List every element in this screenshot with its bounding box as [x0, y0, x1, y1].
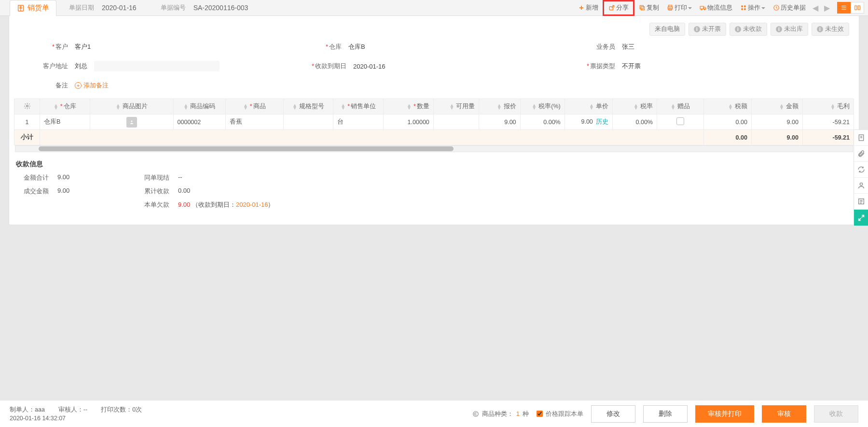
payment-section: 收款信息 金额合计9.00 同单现结-- 成交金额9.00 累计收款0.00 x…	[9, 152, 859, 225]
sales-order-icon	[17, 4, 25, 12]
delete-button[interactable]: 删除	[643, 405, 688, 423]
table-row[interactable]: 1 仓库B 0000002 香蕉 台 1.00000 9.00 0.00% 9.…	[14, 114, 854, 130]
col-gift[interactable]: ▲▼赠品	[657, 99, 703, 114]
col-spec[interactable]: ▲▼规格型号	[283, 99, 333, 114]
scrollbar-thumb[interactable]	[39, 146, 454, 151]
billtype-value[interactable]: 不开票	[622, 62, 641, 71]
svg-point-18	[131, 120, 132, 122]
line-items-table: ▲▼*仓库 ▲▼商品图片 ▲▼商品编码 ▲▼*商品 ▲▼规格型号 ▲▼*销售单位…	[14, 99, 854, 152]
new-button[interactable]: 新增	[575, 2, 602, 14]
col-price[interactable]: ▲▼单价	[565, 99, 612, 114]
svg-rect-11	[744, 5, 746, 7]
gift-checkbox[interactable]	[676, 117, 684, 125]
print-button[interactable]: 打印	[663, 2, 695, 14]
chip-unreceive[interactable]: i未收款	[730, 23, 767, 36]
svg-rect-7	[700, 6, 703, 9]
col-qty[interactable]: ▲▼*数量	[384, 99, 434, 114]
pay-owe: 本单欠款 9.00 （收款到期日：2020-01-16）	[144, 200, 274, 209]
col-tax[interactable]: ▲▼税额	[703, 99, 751, 114]
active-tab[interactable]: 销货单	[10, 0, 56, 16]
cell-tax: 0.00	[703, 114, 751, 130]
prev-record-button[interactable]: ◀	[810, 3, 821, 13]
footer-timestamp: 2020-01-16 14:32:07	[10, 415, 66, 422]
footer-meta: 制单人：aaa 审核人：-- 打印次数：0次 2020-01-16 14:32:…	[10, 406, 142, 422]
cell-warehouse[interactable]: 仓库B	[40, 114, 90, 130]
cell-spec[interactable]	[283, 114, 333, 130]
history-button[interactable]: 历史单据	[770, 2, 809, 14]
edit-button[interactable]: 修改	[591, 405, 635, 423]
cell-price[interactable]: 9.00历史	[565, 114, 612, 130]
tab-title: 销货单	[28, 3, 49, 13]
cell-product[interactable]: 香蕉	[225, 114, 283, 130]
side-refresh-button[interactable]	[854, 162, 868, 178]
chip-source: 来自电脑	[649, 23, 685, 36]
audit-button[interactable]: 审核	[762, 405, 806, 423]
duedate-value[interactable]: 2020-01-16	[353, 63, 386, 70]
price-follow-input[interactable]	[537, 411, 543, 417]
logistics-button[interactable]: 物流信息	[696, 2, 736, 14]
row-index: 1	[14, 114, 40, 130]
warehouse-value[interactable]: 仓库B	[348, 43, 365, 51]
cell-taxrate[interactable]: 0.00%	[612, 114, 657, 130]
doc-no-value: SA-20200116-003	[193, 4, 248, 12]
subtotal-amount: 9.00	[751, 130, 802, 145]
field-remark: 备注 + 添加备注	[38, 81, 292, 90]
cell-image[interactable]	[90, 114, 173, 130]
cell-qty[interactable]: 1.00000	[384, 114, 434, 130]
col-profit[interactable]: ▲▼毛利	[802, 99, 854, 114]
side-user-button[interactable]	[854, 178, 868, 194]
col-settings[interactable]	[14, 99, 40, 114]
pay-settle: 同单现结--	[144, 173, 226, 182]
side-note-button[interactable]	[854, 130, 868, 146]
col-taxrate[interactable]: ▲▼税率	[612, 99, 657, 114]
top-bar: 销货单 单据日期 2020-01-16 单据编号 SA-20200116-003…	[0, 0, 868, 16]
cell-quote[interactable]: 9.00	[479, 114, 520, 130]
col-warehouse[interactable]: ▲▼*仓库	[40, 99, 90, 114]
add-remark-button[interactable]: + 添加备注	[75, 81, 109, 90]
col-quote[interactable]: ▲▼报价	[479, 99, 520, 114]
price-history-link[interactable]: 历史	[596, 118, 608, 125]
salesman-value[interactable]: 张三	[622, 43, 634, 51]
chip-uneffect[interactable]: i未生效	[812, 23, 849, 36]
svg-point-20	[860, 183, 862, 185]
pay-cumrecv: 累计收款0.00	[144, 187, 226, 196]
col-amount[interactable]: ▲▼金额	[751, 99, 802, 114]
truck-icon	[700, 4, 706, 11]
address-value[interactable]: 刘总	[75, 62, 87, 71]
cell-discrate[interactable]: 0.00%	[520, 114, 565, 130]
col-discrate[interactable]: ▲▼税率(%)	[520, 99, 565, 114]
copy-button[interactable]: 复制	[635, 2, 662, 14]
status-chips: 来自电脑 i未开票 i未收款 i未出库 i未生效	[9, 16, 859, 40]
side-expand-button[interactable]	[854, 210, 868, 226]
receive-button[interactable]: 收款	[814, 405, 858, 423]
col-available[interactable]: ▲▼可用量	[433, 99, 479, 114]
chip-unout[interactable]: i未出库	[771, 23, 808, 36]
col-image[interactable]: ▲▼商品图片	[90, 99, 173, 114]
chip-uninvoice[interactable]: i未开票	[689, 23, 726, 36]
cell-gift[interactable]	[657, 114, 703, 130]
copyright-icon	[472, 411, 479, 417]
side-logs-button[interactable]	[854, 194, 868, 210]
field-customer: *客户 客户1	[38, 43, 292, 51]
cell-unit[interactable]: 台	[333, 114, 384, 130]
table-horizontal-scrollbar[interactable]	[15, 145, 853, 152]
side-attach-button[interactable]	[854, 146, 868, 162]
col-product[interactable]: ▲▼*商品	[225, 99, 283, 114]
next-record-button[interactable]: ▶	[822, 3, 832, 13]
cell-available	[433, 114, 479, 130]
info-icon: i	[817, 26, 823, 32]
side-toolbar	[854, 129, 868, 226]
audit-print-button[interactable]: 审核并打印	[695, 405, 754, 423]
view-list-button[interactable]	[837, 2, 851, 14]
owe-value: 9.00	[178, 201, 190, 208]
share-button[interactable]: 分享	[605, 2, 632, 14]
col-unit[interactable]: ▲▼*销售单位	[333, 99, 384, 114]
subtotal-profit: -59.21	[802, 130, 854, 145]
customer-value[interactable]: 客户1	[75, 43, 91, 51]
price-follow-checkbox[interactable]: 价格跟踪本单	[537, 410, 583, 418]
view-detail-button[interactable]	[851, 2, 864, 14]
field-warehouse: *仓库 仓库B	[312, 43, 566, 51]
col-code[interactable]: ▲▼商品编码	[173, 99, 225, 114]
cell-code[interactable]: 0000002	[173, 114, 225, 130]
ops-button[interactable]: 操作	[737, 2, 769, 14]
